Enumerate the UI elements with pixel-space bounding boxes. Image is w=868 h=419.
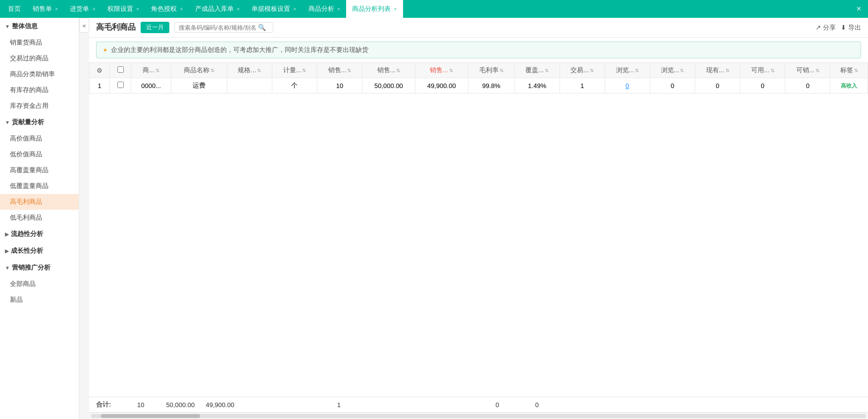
col-saleable[interactable]: 可销...⇅ — [785, 63, 830, 78]
footer-saleable: 0 — [517, 401, 557, 409]
cell-browse2: 0 — [650, 78, 695, 93]
sidebar-section-overall[interactable]: ▼ 整体信息 — [0, 18, 79, 35]
content-area: 高毛利商品 近一月 🔍 ↗ 分享 ⬇ 导出 ✦ 企业的主要的利润都是这部分商品创… — [89, 18, 868, 419]
close-icon[interactable]: × — [136, 6, 139, 12]
footer-label: 合计: — [96, 400, 111, 409]
sidebar-item-high-coverage[interactable]: 高覆盖量商品 — [0, 162, 79, 178]
close-icon[interactable]: × — [293, 6, 296, 12]
share-icon: ↗ — [816, 24, 821, 31]
close-all-button[interactable]: × — [852, 4, 866, 13]
data-table: ⚙ 商...⇅ 商品名称⇅ 规格...⇅ 计量...⇅ 销售...⇅ 销售...… — [89, 62, 868, 93]
col-available[interactable]: 可用...⇅ — [740, 63, 785, 78]
nav-tab-role[interactable]: 角色授权 × — [145, 0, 189, 18]
close-icon[interactable]: × — [180, 6, 183, 12]
expand-arrow-icon: ▶ — [5, 232, 9, 237]
sidebar-item-new-goods[interactable]: 新品 — [0, 292, 79, 308]
cell-coverage: 1.49% — [514, 78, 560, 93]
nav-tab-sales[interactable]: 销售单 × — [27, 0, 64, 18]
bottom-scrollbar[interactable] — [89, 412, 868, 419]
sidebar-item-traded-goods[interactable]: 交易过的商品 — [0, 50, 79, 66]
share-button[interactable]: ↗ 分享 — [816, 23, 836, 32]
export-button[interactable]: ⬇ 导出 — [841, 23, 861, 32]
sidebar-collapse-button[interactable]: « — [79, 18, 89, 33]
sidebar-item-instock-goods[interactable]: 有库存的商品 — [0, 82, 79, 98]
col-spec[interactable]: 规格...⇅ — [227, 63, 272, 78]
sidebar-item-sales-goods[interactable]: 销量货商品 — [0, 35, 79, 50]
sidebar-section-contribution[interactable]: ▼ 贡献量分析 — [0, 114, 79, 131]
export-icon: ⬇ — [841, 24, 846, 31]
scrollbar-thumb[interactable] — [101, 414, 200, 418]
col-current-stock[interactable]: 现有...⇅ — [695, 63, 740, 78]
cell-transaction: 1 — [560, 78, 605, 93]
sidebar-item-low-margin[interactable]: 低毛利商品 — [0, 210, 79, 226]
sidebar-section-flow[interactable]: ▶ 流趋性分析 — [0, 226, 79, 242]
table-row: 1 0000... 运费 个 10 50,000.00 49,900.00 99… — [90, 78, 868, 93]
sidebar-item-category-rate[interactable]: 商品分类助销率 — [0, 66, 79, 82]
cell-index: 1 — [90, 78, 110, 93]
cell-gross-margin: 99.8% — [468, 78, 514, 93]
expand-arrow-icon: ▼ — [5, 120, 10, 125]
col-sales-cost[interactable]: 销售...⇅ — [415, 63, 468, 78]
footer-transaction: 1 — [319, 401, 358, 409]
close-icon[interactable]: × — [394, 6, 397, 12]
row-checkbox[interactable] — [117, 82, 124, 88]
sidebar-item-all-goods[interactable]: 全部商品 — [0, 276, 79, 292]
search-icon[interactable]: 🔍 — [258, 24, 266, 31]
info-icon: ✦ — [102, 47, 108, 54]
close-icon[interactable]: × — [55, 6, 58, 12]
table-wrapper: ⚙ 商...⇅ 商品名称⇅ 规格...⇅ 计量...⇅ 销售...⇅ 销售...… — [89, 62, 868, 397]
nav-tab-home[interactable]: 首页 — [2, 0, 27, 18]
sidebar-section-growth[interactable]: ▶ 成长性分析 — [0, 242, 79, 259]
table-header-row: ⚙ 商...⇅ 商品名称⇅ 规格...⇅ 计量...⇅ 销售...⇅ 销售...… — [90, 63, 868, 78]
info-banner: ✦ 企业的主要的利润都是这部分商品创造的，可考虑加大推广，同时关注库存是不要出现… — [96, 42, 861, 58]
page-title: 高毛利商品 — [96, 22, 136, 33]
content-header: 高毛利商品 近一月 🔍 ↗ 分享 ⬇ 导出 — [89, 18, 868, 38]
nav-tab-permission[interactable]: 权限设置 × — [102, 0, 145, 18]
search-input[interactable] — [179, 24, 258, 31]
col-tag[interactable]: 标签⇅ — [830, 63, 868, 78]
scrollbar-track[interactable] — [91, 414, 866, 418]
nav-tab-analysis[interactable]: 商品分析 × — [303, 0, 346, 18]
col-browse1[interactable]: 浏览...⇅ — [605, 63, 650, 78]
sidebar-section-marketing[interactable]: ▼ 营销推广分析 — [0, 259, 79, 276]
footer-cells: 10 50,000.00 49,900.00 1 0 0 — [121, 401, 861, 409]
col-settings[interactable]: ⚙ — [90, 63, 110, 78]
sidebar-item-high-margin[interactable]: 高毛利商品 — [0, 194, 79, 210]
cell-sales-cost: 49,900.00 — [415, 78, 468, 93]
col-checkbox[interactable] — [110, 63, 131, 78]
col-code[interactable]: 商...⇅ — [131, 63, 171, 78]
col-unit[interactable]: 计量...⇅ — [272, 63, 317, 78]
filter-month-button[interactable]: 近一月 — [141, 22, 169, 33]
cell-unit: 个 — [272, 78, 317, 93]
col-gross-margin[interactable]: 毛利率⇅ — [468, 63, 514, 78]
close-icon[interactable]: × — [337, 6, 340, 12]
cell-checkbox[interactable] — [110, 78, 131, 93]
cell-current-stock: 0 — [695, 78, 740, 93]
expand-arrow-icon: ▶ — [5, 248, 9, 254]
expand-arrow-icon: ▼ — [5, 24, 10, 29]
sidebar: ▼ 整体信息 销量货商品 交易过的商品 商品分类助销率 有库存的商品 库存资金占… — [0, 18, 79, 419]
nav-tab-template[interactable]: 单据模板设置 × — [246, 0, 302, 18]
nav-tab-product-in[interactable]: 产成品入库单 × — [189, 0, 246, 18]
sidebar-item-low-coverage[interactable]: 低覆盖量商品 — [0, 178, 79, 194]
close-icon[interactable]: × — [92, 6, 95, 12]
nav-tab-purchase[interactable]: 进货单 × — [64, 0, 101, 18]
nav-tab-analysis-list[interactable]: 商品分析列表 × — [346, 0, 403, 18]
sidebar-item-stock-capital[interactable]: 库存资金占用 — [0, 98, 79, 114]
main-layout: ▼ 整体信息 销量货商品 交易过的商品 商品分类助销率 有库存的商品 库存资金占… — [0, 18, 868, 419]
col-name[interactable]: 商品名称⇅ — [171, 63, 227, 78]
col-transaction[interactable]: 交易...⇅ — [560, 63, 605, 78]
col-sales-qty[interactable]: 销售...⇅ — [317, 63, 362, 78]
footer-sales-amt: 50,000.00 — [160, 401, 200, 409]
col-browse2[interactable]: 浏览...⇅ — [650, 63, 695, 78]
col-sales-amt[interactable]: 销售...⇅ — [362, 63, 415, 78]
cell-browse1[interactable]: 0 — [605, 78, 650, 93]
sidebar-item-low-value[interactable]: 低价值商品 — [0, 146, 79, 162]
sidebar-item-high-value[interactable]: 高价值商品 — [0, 131, 79, 146]
select-all-checkbox[interactable] — [117, 66, 124, 73]
col-coverage[interactable]: 覆盖...⇅ — [514, 63, 560, 78]
footer-spacer5 — [438, 401, 477, 409]
search-box: 🔍 — [174, 22, 273, 33]
close-icon[interactable]: × — [237, 6, 240, 12]
cell-name: 运费 — [171, 78, 227, 93]
